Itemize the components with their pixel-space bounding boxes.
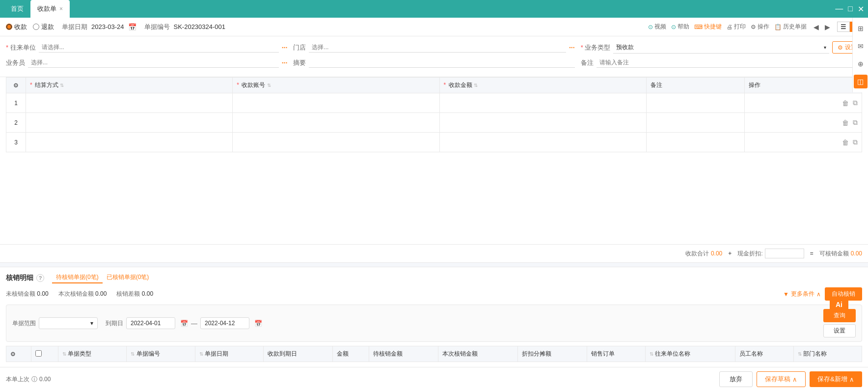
bottom-table: ⚙ ⇅ 单据类型 ⇅ 单据编号 ⇅ 单据日期 — [6, 346, 862, 362]
counterpart-field: 往来单位 ··· — [6, 42, 287, 53]
prev-btn[interactable]: ◀ — [812, 22, 821, 32]
minimize-btn[interactable]: — — [835, 4, 843, 14]
calendar-end-icon[interactable]: 📅 — [254, 320, 262, 327]
bottom-col-doc-type: ⇅ 单据类型 — [58, 346, 126, 362]
counterpart-input[interactable] — [39, 42, 279, 53]
calendar-icon[interactable]: 📅 — [128, 23, 136, 31]
sidebar-clip-icon[interactable]: ⊕ — [854, 57, 868, 71]
abandon-button[interactable]: 放弃 — [719, 371, 753, 387]
video-btn[interactable]: ⊙ 视频 — [648, 23, 666, 31]
receipt-type-group: 收款 退款 — [6, 23, 54, 31]
delete-row-3-btn[interactable]: 🗑 — [842, 139, 849, 146]
delete-row-2-btn[interactable]: 🗑 — [842, 119, 849, 127]
query-actions: 查询 设置 — [823, 309, 856, 337]
copy-row-2-btn[interactable]: ⧉ — [853, 118, 858, 127]
row-account-2[interactable] — [233, 113, 439, 133]
due-date-start-input[interactable] — [126, 317, 175, 329]
copy-row-3-btn[interactable]: ⧉ — [853, 138, 858, 146]
bottom-col-doc-date: ⇅ 单据日期 — [195, 346, 263, 362]
info-icon[interactable]: ⓘ — [31, 375, 37, 384]
copy-row-1-btn[interactable]: ⧉ — [853, 99, 858, 107]
next-btn[interactable]: ▶ — [823, 22, 832, 32]
help-icon[interactable]: ? — [36, 274, 44, 282]
sort-icon-account[interactable]: ⇅ — [267, 83, 271, 88]
delete-row-1-btn[interactable]: 🗑 — [842, 99, 849, 107]
verify-diff: 核销差额 0.00 — [116, 290, 153, 298]
salesperson-more-btn[interactable]: ··· — [282, 59, 288, 67]
list-view-btn[interactable]: ☰ — [837, 22, 850, 32]
col-settings[interactable]: ⚙ — [6, 78, 26, 93]
bottom-col-gear[interactable]: ⚙ — [6, 346, 31, 362]
available-amount: 可核销金额 0.00 — [819, 250, 862, 258]
more-conditions-btn[interactable]: ▼ 更多条件 ∧ — [783, 290, 821, 298]
doc-range-field: 单据范围 ▾ — [12, 317, 98, 329]
row-settlement-1[interactable] — [26, 93, 233, 113]
due-date-end-input[interactable] — [200, 317, 249, 329]
row-settlement-3[interactable] — [26, 133, 233, 152]
row-account-3[interactable] — [233, 133, 439, 152]
close-btn[interactable]: ✕ — [858, 4, 864, 14]
tab-home[interactable]: 首页 — [4, 0, 30, 18]
verified-tab[interactable]: 已核销单据(0笔) — [103, 272, 153, 283]
shortcut-btn[interactable]: ⌨ 快捷键 — [694, 23, 722, 31]
history-btn[interactable]: 📋 历史单据 — [774, 23, 807, 31]
verification-title: 核销明细 ? — [6, 274, 44, 282]
col-operation-label: 操作 — [749, 82, 760, 88]
bottom-col-pending: 待核销金额 — [369, 346, 438, 362]
business-type-select[interactable]: 预收款 ▾ — [613, 42, 829, 54]
sort-icon-settlement[interactable]: ⇅ — [60, 83, 64, 88]
radio-receive[interactable]: 收款 — [6, 23, 27, 31]
tab-receipt-close[interactable]: × — [59, 5, 63, 12]
row-note-3[interactable] — [646, 133, 744, 152]
query-settings-button[interactable]: 设置 — [823, 324, 856, 337]
tab-receipt-label: 收款单 — [37, 4, 56, 13]
doc-no-label: 单据编号 — [144, 23, 170, 31]
print-btn[interactable]: 🖨 打印 — [727, 23, 746, 31]
radio-refund[interactable]: 退款 — [33, 23, 54, 31]
doc-range-select[interactable]: ▾ — [39, 317, 98, 329]
chevron-down-icon: ▾ — [90, 320, 93, 327]
bottom-col-dept: ⇅ 部门名称 — [793, 346, 862, 362]
save-draft-button[interactable]: 保存草稿 ∧ — [757, 371, 806, 387]
ai-badge[interactable]: Ai — [830, 297, 848, 312]
form-section: 往来单位 ··· 门店 ··· 业务类型 预收款 ▾ ⚙ 设置 — [0, 36, 868, 77]
save-new-button[interactable]: 保存&新增 ∧ — [810, 371, 862, 387]
row-note-2[interactable] — [646, 113, 744, 133]
help-btn[interactable]: ⊙ 帮助 — [671, 23, 689, 31]
sidebar-camera-icon[interactable]: ◫ — [854, 75, 868, 88]
sidebar-email-icon[interactable]: ✉ — [854, 39, 868, 53]
counterpart-more-btn[interactable]: ··· — [282, 44, 288, 52]
sort-icon-amount[interactable]: ⇅ — [474, 83, 478, 88]
row-amount-3[interactable] — [439, 133, 646, 152]
bottom-col-checkbox[interactable] — [31, 346, 58, 362]
salesperson-field: 业务员 ··· — [6, 57, 287, 68]
row-amount-2[interactable] — [439, 113, 646, 133]
store-more-btn[interactable]: ··· — [569, 44, 575, 52]
note-input[interactable] — [597, 57, 862, 68]
row-note-1[interactable] — [646, 93, 744, 113]
maximize-btn[interactable]: □ — [848, 4, 853, 14]
col-account-label: 收款账号 — [242, 82, 265, 88]
toolbar-nav: ◀ ▶ — [812, 22, 832, 32]
right-sidebar: ⊞ ✉ ⊕ ◫ — [852, 18, 868, 92]
row-account-1[interactable] — [233, 93, 439, 113]
calendar-start-icon[interactable]: 📅 — [180, 320, 188, 327]
tab-receipt[interactable]: 收款单 × — [30, 0, 70, 18]
row-amount-1[interactable] — [439, 93, 646, 113]
operation-btn[interactable]: ⚙ 操作 — [751, 23, 769, 31]
row-num-1: 1 — [6, 93, 26, 113]
doc-carry-label: 本单上次 — [6, 375, 29, 384]
abstract-input[interactable] — [309, 57, 574, 68]
business-type-field: 业务类型 预收款 ▾ ⚙ 设置 — [581, 41, 862, 54]
row-settlement-2[interactable] — [26, 113, 233, 133]
note-label: 备注 — [581, 58, 594, 67]
store-input[interactable] — [309, 42, 566, 53]
salesperson-input[interactable] — [28, 57, 279, 68]
discount-input[interactable] — [765, 249, 804, 258]
bottom-col-due-date: 收款到期日 — [264, 346, 333, 362]
sidebar-table-icon[interactable]: ⊞ — [854, 22, 868, 35]
table-row: 1 🗑 ⧉ — [6, 93, 862, 113]
pending-tab[interactable]: 待核销单据(0笔) — [52, 272, 103, 283]
col-note: 备注 — [646, 78, 744, 93]
receipt-table-section: ⚙ * 结算方式 ⇅ * 收款账号 ⇅ * 收款金额 ⇅ — [0, 77, 868, 244]
